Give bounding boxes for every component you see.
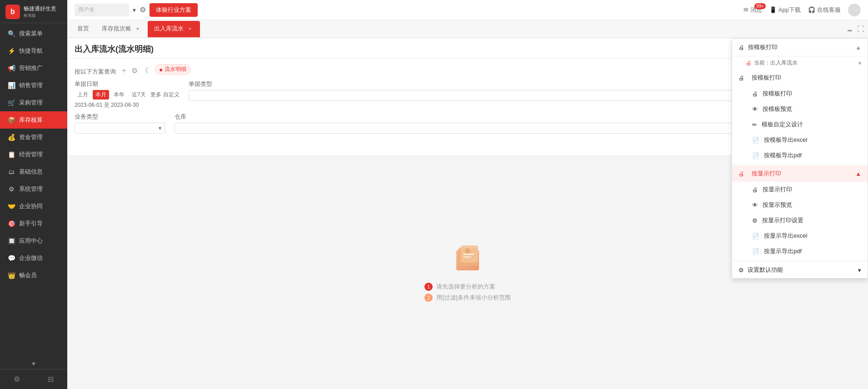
empty-state: 1 请先选择要分析的方案 2 用[过滤]条件来缩小分析范围 <box>424 241 510 304</box>
message-icon: ✉ <box>743 6 748 13</box>
dropdown-footer-default[interactable]: ⚙ 设置默认功能 ▾ <box>732 261 868 278</box>
sidebar-item-basic-info[interactable]: 🗂 基础信息 <box>0 163 67 180</box>
sidebar-item-finance[interactable]: 💰 资金管理 <box>0 129 67 146</box>
message-badge: 99+ <box>754 3 766 9</box>
sidebar-settings-btn[interactable]: ⚙ <box>10 373 24 385</box>
dropdown-item-template-print[interactable]: 🖨 按模板打印 <box>732 86 868 101</box>
step-num-1: 1 <box>424 283 433 291</box>
search-settings-gear[interactable]: ⚙ <box>130 65 139 76</box>
search-collapse-btn[interactable]: 《 <box>140 65 150 76</box>
user-avatar[interactable] <box>848 4 861 16</box>
date-range-display[interactable]: 2023-06-01 至 2023-06-30 <box>75 101 180 109</box>
handshake-icon: 🤝 <box>7 203 15 210</box>
display-settings-icon: ⚙ <box>752 217 758 224</box>
tab-minimize-btn[interactable]: 🗕 <box>846 25 853 33</box>
user-selector[interactable]: 用户名 <box>75 4 129 16</box>
sidebar-item-purchase[interactable]: 🛒 采购管理 <box>0 94 67 111</box>
dropdown-current-indicator: 🖨 当前：出入库流水 ▾ <box>732 56 868 70</box>
user-dropdown-arrow[interactable]: ▾ <box>133 6 136 14</box>
clipboard-icon: 📋 <box>7 151 15 158</box>
trial-btn[interactable]: 体验行业方案 <box>150 3 198 17</box>
dropdown-header: 🖨 按模板打印 ▲ <box>732 39 868 56</box>
empty-steps: 1 请先选择要分析的方案 2 用[过滤]条件来缩小分析范围 <box>424 283 510 304</box>
tab-batch-account[interactable]: 库存批次账 × <box>95 21 148 37</box>
display-printer-icon: 🖨 <box>752 186 758 193</box>
sub-design-icon: ✏ <box>752 121 757 128</box>
header-right: ✉ 消息 99+ 📱 App下载 🎧 在线客服 <box>743 4 861 16</box>
dropdown-item-template-pdf[interactable]: 📄 按模板导出pdf <box>732 148 868 163</box>
dropdown-item-template-excel[interactable]: 📄 按模板导出excel <box>732 132 868 148</box>
tab-close-batch-account[interactable]: × <box>134 25 141 32</box>
grid-icon: 🔲 <box>7 237 15 244</box>
sidebar-item-apps[interactable]: 🔲 应用中心 <box>0 232 67 249</box>
sidebar-item-member[interactable]: 👑 畅会员 <box>0 267 67 284</box>
sidebar-item-marketing[interactable]: 📢 营销推广 <box>0 60 67 77</box>
footer-arrow: ▾ <box>858 267 861 274</box>
section-display-printer-icon: 🖨 <box>738 170 744 177</box>
logo-icon: b <box>5 5 20 19</box>
section-divider-2 <box>732 260 868 260</box>
filter-tag-label: 流水明细 <box>165 65 186 73</box>
tab-inventory-flow[interactable]: 出入库流水 × <box>148 21 200 37</box>
display-preview-icon: 👁 <box>752 202 758 209</box>
tab-bar: 首页 库存批次账 × 出入库流水 × 🗕 ⛶ <box>67 20 868 38</box>
online-service-btn[interactable]: 🎧 在线客服 <box>808 6 841 14</box>
sidebar-item-inventory[interactable]: 📦 库存核算 <box>0 111 67 129</box>
svg-point-5 <box>465 248 470 254</box>
top-header: 用户名 ▾ ⚙ 体验行业方案 ✉ 消息 99+ 📱 App下载 🎧 在线客服 <box>67 0 868 20</box>
sidebar-scroll-down[interactable]: ▼ <box>0 359 67 369</box>
dropdown-section-display[interactable]: 🖨 按显示打印 ▲ <box>732 165 868 182</box>
tab-controls: 🗕 ⛶ <box>846 25 864 33</box>
page-wrapper: 出入库流水(流水明细) 🖨 按模板打印 ▲ | ↑ 导出 ↺ 刷新 <box>67 38 868 389</box>
sidebar-item-collab[interactable]: 🤝 企业协同 <box>0 198 67 215</box>
app-logo: b 畅捷通好生意 标准版 <box>0 0 67 23</box>
dropdown-section-template[interactable]: 🖨 按模板打印 <box>732 70 868 86</box>
dropdown-collapse-arrow[interactable]: ▲ <box>855 44 861 51</box>
display-excel-icon: 📄 <box>752 233 759 239</box>
date-btn-7days[interactable]: 近7天 <box>129 90 149 100</box>
chart-icon: 📊 <box>7 82 15 89</box>
sidebar-collapse-btn[interactable]: ⊟ <box>44 373 57 385</box>
sidebar-item-quicknav[interactable]: ⚡ 快捷导航 <box>0 42 67 60</box>
sidebar-item-system[interactable]: ⚙ 系统管理 <box>0 180 67 198</box>
app-name: 畅捷通好生意 标准版 <box>24 5 56 19</box>
date-shortcuts: 上月 本月 本年 近7天 更多 自定义 <box>75 90 180 100</box>
dropdown-item-display-settings[interactable]: ⚙ 按显示打印设置 <box>732 213 868 228</box>
message-btn[interactable]: ✉ 消息 99+ <box>743 6 762 14</box>
date-btn-custom[interactable]: 自定义 <box>163 91 180 99</box>
search-add-btn[interactable]: ＋ <box>120 65 129 76</box>
section-collapse-arrow[interactable]: ▲ <box>855 170 861 177</box>
header-gear-btn[interactable]: ⚙ <box>140 5 146 14</box>
tab-close-inventory-flow[interactable]: × <box>186 25 194 32</box>
empty-step-2: 2 用[过滤]条件来缩小分析范围 <box>424 294 510 302</box>
sidebar-item-sales[interactable]: 📊 销售管理 <box>0 77 67 94</box>
dropdown-item-display-excel[interactable]: 📄 按显示导出excel <box>732 228 868 244</box>
sidebar-item-weixin[interactable]: 💬 企业微信 <box>0 249 67 267</box>
sidebar-item-search[interactable]: 🔍 搜索菜单 <box>0 25 67 42</box>
tab-maximize-btn[interactable]: ⛶ <box>857 25 864 33</box>
svg-rect-3 <box>463 254 474 255</box>
sidebar-bottom: ⚙ ⊟ <box>0 369 67 389</box>
date-filter: 单据日期 上月 本月 本年 近7天 更多 自定义 2023-06-01 至 20… <box>75 80 180 109</box>
empty-step-1: 1 请先选择要分析的方案 <box>424 283 510 291</box>
biz-type-filter: 业务类型 ▾ <box>75 113 165 134</box>
dropdown-item-display-preview[interactable]: 👁 按显示预览 <box>732 197 868 213</box>
biz-type-select[interactable]: ▾ <box>75 123 165 134</box>
sidebar-item-guide[interactable]: 🎯 新手引导 <box>0 215 67 232</box>
dropdown-item-template-preview[interactable]: 👁 按模板预览 <box>732 101 868 117</box>
date-btn-more[interactable]: 更多 <box>150 91 161 99</box>
svg-rect-4 <box>463 256 471 258</box>
app-download-btn[interactable]: 📱 App下载 <box>769 6 801 14</box>
dropdown-item-template-design[interactable]: ✏ 模板自定义设计 <box>732 117 868 132</box>
dropdown-item-display-pdf[interactable]: 📄 按显示导出pdf <box>732 244 868 259</box>
tab-home[interactable]: 首页 <box>71 21 95 37</box>
target-icon: 🎯 <box>7 220 15 227</box>
dropdown-item-display-print[interactable]: 🖨 按显示打印 <box>732 182 868 197</box>
date-btn-this-month[interactable]: 本月 <box>93 90 109 100</box>
biz-select-arrow: ▾ <box>159 125 161 131</box>
sidebar-item-operations[interactable]: 📋 经营管理 <box>0 146 67 163</box>
date-btn-last-month[interactable]: 上月 <box>75 90 91 100</box>
current-arrow[interactable]: ▾ <box>858 60 861 66</box>
date-btn-this-year[interactable]: 本年 <box>111 90 127 100</box>
main-area: 用户名 ▾ ⚙ 体验行业方案 ✉ 消息 99+ 📱 App下载 🎧 在线客服 <box>67 0 868 389</box>
